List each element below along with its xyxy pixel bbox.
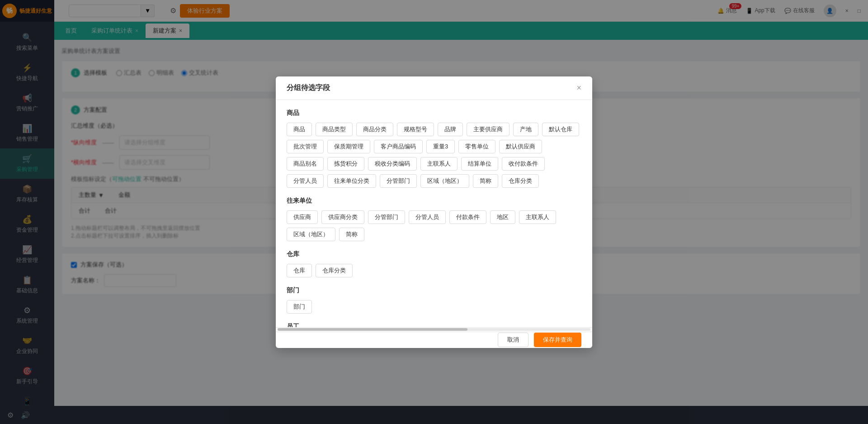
modal-overlay: 分组待选字段 × 商品 商品 商品类型 商品分类 规格型号 品牌 主要供应商 产… [0,0,868,424]
field-tags-product: 商品 商品类型 商品分类 规格型号 品牌 主要供应商 产地 默认仓库 批次管理 … [287,123,581,188]
dialog-header: 分组待选字段 × [276,76,592,100]
field-tag-product-brand[interactable]: 品牌 [438,123,463,136]
field-tags-warehouse: 仓库 仓库分类 [287,264,581,277]
field-tag-product-origin[interactable]: 产地 [513,123,538,136]
dialog-confirm-button[interactable]: 保存并查询 [534,333,581,347]
field-tag-product-pick-points[interactable]: 拣货积分 [327,157,364,171]
field-tag-warehouse-warehouse[interactable]: 仓库 [287,264,312,277]
dialog-body[interactable]: 商品 商品 商品类型 商品分类 规格型号 品牌 主要供应商 产地 默认仓库 批次… [276,100,592,328]
dialog-hscroll[interactable] [276,327,592,332]
field-tag-cp-supplier-cat[interactable]: 供应商分类 [321,210,364,224]
field-tag-product-region[interactable]: 区域（地区） [420,174,469,188]
field-tag-product-product[interactable]: 商品 [287,123,312,136]
field-tag-product-supervisor[interactable]: 分管人员 [287,174,324,188]
field-group-product-title: 商品 [287,109,581,117]
field-tag-cp-region[interactable]: 地区 [490,210,515,224]
field-tag-cp-short-name[interactable]: 简称 [339,228,364,241]
dialog-close-button[interactable]: × [576,83,581,93]
field-tag-product-main-contact[interactable]: 主联系人 [420,157,458,171]
field-group-warehouse: 仓库 仓库 仓库分类 [287,250,581,277]
field-tag-cp-supplier[interactable]: 供应商 [287,210,318,224]
field-tag-product-category[interactable]: 商品分类 [356,123,393,136]
field-tags-counterparty: 供应商 供应商分类 分管部门 分管人员 付款条件 地区 主联系人 区域（地区） … [287,210,581,241]
field-tag-cp-area-region[interactable]: 区域（地区） [287,228,335,241]
field-tag-product-default-supplier[interactable]: 默认供应商 [499,140,542,153]
field-tags-department: 部门 [287,300,581,314]
field-tag-product-tax-code[interactable]: 税收分类编码 [368,157,417,171]
field-tag-product-short-name[interactable]: 简称 [473,174,498,188]
dialog-cancel-button[interactable]: 取消 [498,333,528,347]
field-tag-product-retail-unit[interactable]: 零售单位 [458,140,495,153]
field-tag-cp-main-contact[interactable]: 主联系人 [519,210,556,224]
field-tag-cp-dept[interactable]: 分管部门 [368,210,405,224]
field-tag-product-main-supplier[interactable]: 主要供应商 [467,123,509,136]
field-tag-product-spec[interactable]: 规格型号 [397,123,434,136]
field-tag-product-settlement-unit[interactable]: 结算单位 [461,157,498,171]
field-tag-cp-supervisor[interactable]: 分管人员 [409,210,446,224]
field-group-counterparty-title: 往来单位 [287,197,581,205]
field-group-counterparty: 往来单位 供应商 供应商分类 分管部门 分管人员 付款条件 地区 主联系人 区域… [287,197,581,241]
field-tag-product-dept[interactable]: 分管部门 [380,174,417,188]
field-tag-product-default-warehouse[interactable]: 默认仓库 [542,123,579,136]
field-group-department: 部门 部门 [287,286,581,314]
field-tag-product-alias[interactable]: 商品别名 [287,157,324,171]
field-tag-dept-dept[interactable]: 部门 [287,300,312,314]
dialog-footer: 取消 保存并查询 [276,332,592,348]
field-group-employee: 员工 业务员 [287,323,581,328]
field-tag-product-warehouse-cat[interactable]: 仓库分类 [502,174,539,188]
field-tag-product-expiry[interactable]: 保质期管理 [327,140,370,153]
field-group-product: 商品 商品 商品类型 商品分类 规格型号 品牌 主要供应商 产地 默认仓库 批次… [287,109,581,188]
field-tag-product-customer-code[interactable]: 客户商品编码 [374,140,423,153]
hscroll-thumb[interactable] [278,328,467,331]
field-group-employee-title: 员工 [287,323,581,328]
field-group-warehouse-title: 仓库 [287,250,581,258]
field-tag-product-unit-category[interactable]: 往来单位分类 [327,174,376,188]
field-tag-product-payment-terms[interactable]: 收付款条件 [502,157,545,171]
field-tag-cp-payment-terms[interactable]: 付款条件 [449,210,486,224]
field-select-dialog: 分组待选字段 × 商品 商品 商品类型 商品分类 规格型号 品牌 主要供应商 产… [276,76,592,348]
field-tag-product-type[interactable]: 商品类型 [316,123,353,136]
field-tag-product-weight[interactable]: 重量3 [426,140,455,153]
dialog-title: 分组待选字段 [287,83,330,93]
field-group-department-title: 部门 [287,286,581,295]
field-tag-product-batch[interactable]: 批次管理 [287,140,324,153]
field-tag-warehouse-category[interactable]: 仓库分类 [316,264,353,277]
